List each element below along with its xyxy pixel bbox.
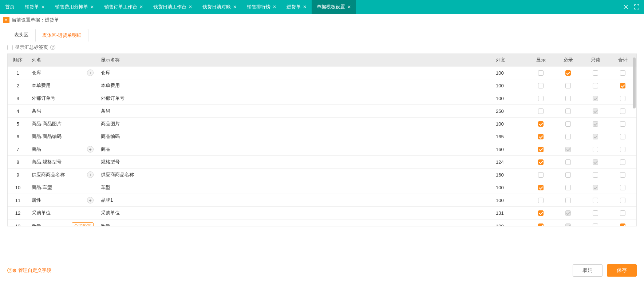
formula-button[interactable]: 公式设置 xyxy=(72,222,94,226)
cell-width[interactable]: 100 xyxy=(492,219,527,226)
sum-checkbox[interactable] xyxy=(620,198,625,203)
collapse-handle-icon[interactable]: » xyxy=(3,17,9,23)
fullscreen-icon[interactable] xyxy=(634,4,640,10)
show-checkbox[interactable] xyxy=(538,223,544,226)
top-tab-3[interactable]: 销售订单工作台✕ xyxy=(99,0,148,14)
cell-display[interactable]: 供应商商品名称 xyxy=(97,169,492,181)
close-icon[interactable]: ✕ xyxy=(90,4,94,9)
top-tab-0[interactable]: 首页 xyxy=(0,0,20,14)
cell-display[interactable]: 车型 xyxy=(97,181,492,194)
cell-width[interactable]: 165 xyxy=(492,130,527,143)
top-tab-7[interactable]: 进货单✕ xyxy=(281,0,312,14)
required-checkbox[interactable] xyxy=(565,96,571,101)
close-icon[interactable]: ✕ xyxy=(189,4,192,9)
close-icon[interactable]: ✕ xyxy=(139,4,143,9)
add-icon[interactable]: + xyxy=(87,197,94,203)
cell-display[interactable]: 外部订单号 xyxy=(97,92,492,105)
show-checkbox[interactable] xyxy=(538,108,544,114)
cell-width[interactable]: 100 xyxy=(492,194,527,207)
add-icon[interactable]: + xyxy=(87,70,94,76)
required-checkbox[interactable] xyxy=(565,70,571,76)
close-icon[interactable]: ✕ xyxy=(41,4,45,9)
cell-display[interactable]: 商品编码 xyxy=(97,130,492,143)
col-name-text: 仓库 xyxy=(32,70,41,76)
show-checkbox[interactable] xyxy=(538,210,544,216)
cell-width[interactable]: 100 xyxy=(492,79,527,92)
sum-checkbox[interactable] xyxy=(620,185,625,190)
close-icon[interactable]: ✕ xyxy=(233,4,237,9)
sum-checkbox[interactable] xyxy=(620,134,625,139)
sum-checkbox[interactable] xyxy=(620,159,625,165)
top-tab-2[interactable]: 销售费用分摊单✕ xyxy=(50,0,99,14)
readonly-checkbox[interactable] xyxy=(593,70,598,76)
readonly-checkbox[interactable] xyxy=(593,83,598,88)
cell-display[interactable]: 数量 xyxy=(97,219,492,226)
show-checkbox[interactable] xyxy=(538,70,544,76)
sum-checkbox[interactable] xyxy=(620,172,625,178)
cell-width[interactable]: 160 xyxy=(492,169,527,181)
show-checkbox[interactable] xyxy=(538,134,544,139)
readonly-checkbox[interactable] xyxy=(593,172,598,178)
show-checkbox[interactable] xyxy=(538,185,544,190)
vertical-scrollbar[interactable] xyxy=(633,58,636,222)
show-checkbox[interactable] xyxy=(538,83,544,88)
required-checkbox[interactable] xyxy=(565,185,571,190)
top-tab-1[interactable]: 销货单✕ xyxy=(20,0,50,14)
readonly-checkbox[interactable] xyxy=(593,198,598,203)
cell-display[interactable]: 品牌1 xyxy=(97,194,492,207)
cell-display[interactable]: 条码 xyxy=(97,105,492,118)
readonly-checkbox[interactable] xyxy=(593,210,598,216)
cell-display[interactable]: 商品 xyxy=(97,143,492,156)
show-checkbox[interactable] xyxy=(538,198,544,203)
top-tab-6[interactable]: 销售排行榜✕ xyxy=(242,0,281,14)
cell-width[interactable]: 124 xyxy=(492,156,527,169)
cell-display[interactable]: 采购单位 xyxy=(97,207,492,219)
show-checkbox[interactable] xyxy=(538,159,544,165)
top-tab-8[interactable]: 单据模板设置✕ xyxy=(312,0,356,14)
show-checkbox[interactable] xyxy=(538,147,544,152)
cell-width[interactable]: 100 xyxy=(492,67,527,79)
sum-checkbox[interactable] xyxy=(620,147,625,152)
top-tab-5[interactable]: 钱货日清对账✕ xyxy=(197,0,242,14)
required-checkbox[interactable] xyxy=(565,172,571,178)
close-all-icon[interactable] xyxy=(623,4,629,10)
required-checkbox[interactable] xyxy=(565,134,571,139)
required-checkbox[interactable] xyxy=(565,198,571,203)
cell-width[interactable]: 131 xyxy=(492,207,527,219)
sub-tab-1[interactable]: 表体区-进货单明细 xyxy=(35,29,88,41)
sum-checkbox[interactable] xyxy=(620,70,625,76)
cell-width[interactable]: 100 xyxy=(492,92,527,105)
cell-display[interactable]: 规格型号 xyxy=(97,156,492,169)
cell-width[interactable]: 160 xyxy=(492,143,527,156)
required-checkbox[interactable] xyxy=(565,83,571,88)
add-icon[interactable]: + xyxy=(87,146,94,153)
cell-display[interactable]: 商品图片 xyxy=(97,118,492,130)
sum-checkbox[interactable] xyxy=(620,121,625,127)
sum-checkbox[interactable] xyxy=(620,96,625,101)
cell-display[interactable]: 本单费用 xyxy=(97,79,492,92)
sum-checkbox[interactable] xyxy=(620,210,625,216)
sum-checkbox[interactable] xyxy=(620,108,625,114)
show-checkbox[interactable] xyxy=(538,96,544,101)
cell-width[interactable]: 250 xyxy=(492,105,527,118)
readonly-checkbox[interactable] xyxy=(593,223,598,226)
readonly-checkbox[interactable] xyxy=(593,147,598,152)
top-tab-4[interactable]: 钱货日清工作台✕ xyxy=(148,0,197,14)
cell-width[interactable]: 100 xyxy=(492,118,527,130)
close-icon[interactable]: ✕ xyxy=(347,4,351,9)
required-checkbox[interactable] xyxy=(565,159,571,165)
cell-width[interactable]: 100 xyxy=(492,181,527,194)
cell-display[interactable]: 仓库 xyxy=(97,67,492,79)
show-summary-checkbox[interactable] xyxy=(7,45,13,50)
show-checkbox[interactable] xyxy=(538,121,544,127)
close-icon[interactable]: ✕ xyxy=(273,4,276,9)
show-checkbox[interactable] xyxy=(538,172,544,178)
sum-checkbox[interactable] xyxy=(620,223,625,226)
add-icon[interactable]: + xyxy=(87,171,94,178)
close-icon[interactable]: ✕ xyxy=(303,4,307,9)
required-checkbox[interactable] xyxy=(565,121,571,127)
sum-checkbox[interactable] xyxy=(620,83,625,88)
sub-tab-0[interactable]: 表头区 xyxy=(7,28,35,41)
help-icon[interactable]: ? xyxy=(50,45,55,50)
required-checkbox[interactable] xyxy=(565,108,571,114)
